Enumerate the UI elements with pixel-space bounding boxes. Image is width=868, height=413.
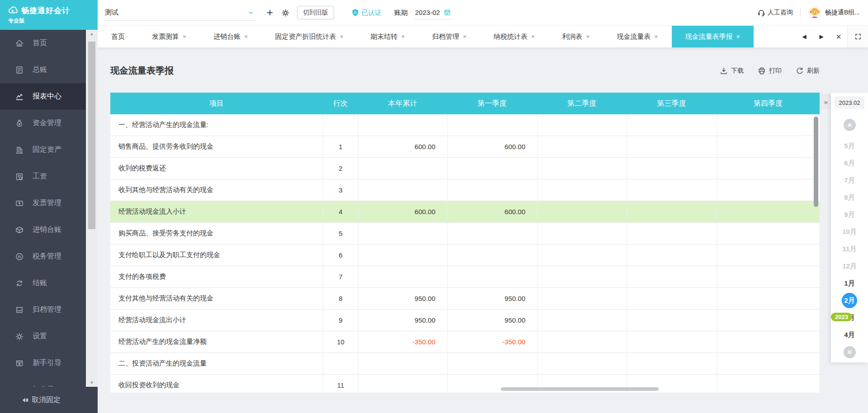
sidebar-item-label: 总账 xyxy=(33,65,47,75)
tab-scroll-right-button[interactable]: ▶ xyxy=(813,26,830,47)
cell-q3 xyxy=(627,244,717,266)
sidebar-item-总账[interactable]: 总账 xyxy=(0,56,86,83)
current-period[interactable]: 2023.02 xyxy=(835,96,864,109)
table-row[interactable]: 支付其他与经营活动有关的现金8950.00950.00 xyxy=(110,288,820,310)
tab-现金流量表季报[interactable]: 现金流量表季报× xyxy=(672,26,754,47)
cell-q4 xyxy=(717,375,820,393)
table-row[interactable]: 收到其他与经营活动有关的现金3 xyxy=(110,179,820,201)
table-row[interactable]: 购买商品、接受劳务支付的现金5 xyxy=(110,223,820,244)
tab-label: 发票测算 xyxy=(152,33,179,41)
table-row[interactable]: 销售商品、提供劳务收到的现金1600.00600.00 xyxy=(110,136,820,158)
close-tab-icon[interactable]: × xyxy=(463,33,467,40)
months-scroll-down-button[interactable] xyxy=(844,346,856,358)
avatar[interactable] xyxy=(808,6,821,19)
close-tab-icon[interactable]: × xyxy=(736,33,740,40)
tab-归档管理[interactable]: 归档管理× xyxy=(419,26,480,47)
month-11月[interactable]: 11月 xyxy=(831,240,868,258)
tab-固定资产折旧统计表[interactable]: 固定资产折旧统计表× xyxy=(261,26,357,47)
close-tab-icon[interactable]: × xyxy=(244,33,248,40)
close-tab-icon[interactable]: × xyxy=(586,33,590,40)
cash-flow-quarterly-table: 项目行次本年累计第一季度第二季度第三季度第四季度 一、经营活动产生的现金流量:销… xyxy=(110,93,820,393)
settings-gear-button[interactable] xyxy=(281,9,290,17)
table-row[interactable]: 支付的各项税费7 xyxy=(110,266,820,288)
accounting-period: 账期 2023-02 xyxy=(394,6,452,19)
close-tab-icon[interactable]: × xyxy=(531,33,535,40)
table-row[interactable]: 经营活动现金流入小计4600.00600.00 xyxy=(110,201,820,223)
month-1月[interactable]: 1月 xyxy=(831,275,868,292)
user-name[interactable]: 畅捷通B组... xyxy=(825,9,860,17)
table-row[interactable]: 经营活动现金流出小计9950.00950.00 xyxy=(110,310,820,331)
sidebar-item-资金管理[interactable]: 资金管理 xyxy=(0,110,86,136)
sidebar-item-进销台账[interactable]: 进销台账 xyxy=(0,216,86,243)
month-8月[interactable]: 8月 xyxy=(831,189,868,206)
tab-纳税统计表[interactable]: 纳税统计表× xyxy=(480,26,548,47)
table-row[interactable]: 经营活动产生的现金流量净额10-350.00-350.00 xyxy=(110,331,820,353)
month-10月[interactable]: 10月 xyxy=(831,223,868,240)
download-button[interactable]: 下载 xyxy=(719,66,744,75)
tab-利润表[interactable]: 利润表× xyxy=(548,26,603,47)
table-vertical-scrollbar[interactable] xyxy=(814,117,818,207)
month-7月[interactable]: 7月 xyxy=(831,172,868,189)
sidebar-item-发票管理[interactable]: 发票管理 xyxy=(0,190,86,216)
action-label: 刷新 xyxy=(807,67,820,75)
close-tab-icon[interactable]: × xyxy=(340,33,343,40)
table-horizontal-scrollbar[interactable] xyxy=(501,387,659,391)
add-button[interactable]: + xyxy=(267,7,273,18)
page-title: 现金流量表季报 xyxy=(110,65,174,77)
month-5月[interactable]: 5月 xyxy=(831,137,868,155)
table-row[interactable]: 收回投资收到的现金11 xyxy=(110,375,820,393)
unpin-sidebar-button[interactable]: 取消固定 xyxy=(0,387,98,413)
sidebar-item-设置[interactable]: 设置 xyxy=(0,323,86,350)
month-9月[interactable]: 9月 xyxy=(831,206,868,223)
sidebar-item-结账[interactable]: 结账 xyxy=(0,270,86,296)
sidebar-item-新手引导[interactable]: 新手引导 xyxy=(0,350,86,376)
table-row[interactable]: 支付给职工以及为职工支付的现金6 xyxy=(110,244,820,266)
sidebar-item-首页[interactable]: 首页 xyxy=(0,30,86,56)
sidebar-item-固定资产[interactable]: 固定资产 xyxy=(0,136,86,163)
calendar-icon[interactable] xyxy=(443,9,451,16)
cell-item: 购买商品、接受劳务支付的现金 xyxy=(110,223,323,244)
table-row[interactable]: 二、投资活动产生的现金流量 xyxy=(110,353,820,375)
table-row[interactable]: 收到的税费返还2 xyxy=(110,158,820,179)
close-tab-icon[interactable]: × xyxy=(654,33,658,40)
support-button[interactable]: 人工咨询 xyxy=(757,9,793,17)
sidebar-item-报表中心[interactable]: 报表中心 xyxy=(0,83,86,110)
sidebar-item-label: 报表中心 xyxy=(33,92,61,101)
months-scroll-up-button[interactable] xyxy=(844,119,856,131)
tab-期末结转[interactable]: 期末结转× xyxy=(357,26,419,47)
tab-首页[interactable]: 首页 xyxy=(98,26,138,47)
tab-现金流量表[interactable]: 现金流量表× xyxy=(603,26,671,47)
tab-发票测算[interactable]: 发票测算× xyxy=(138,26,200,47)
fullscreen-icon[interactable] xyxy=(847,26,868,47)
period-date-input[interactable]: 2023-02 xyxy=(414,6,452,19)
month-12月[interactable]: 12月 xyxy=(831,258,868,275)
close-tab-icon[interactable]: × xyxy=(401,33,405,40)
print-button[interactable]: 打印 xyxy=(757,66,782,75)
tabs-close-button[interactable]: × xyxy=(830,26,847,47)
refresh-button[interactable]: 刷新 xyxy=(795,66,820,75)
headset-icon xyxy=(757,9,765,17)
cell-q3 xyxy=(627,353,717,374)
cell-line-no: 5 xyxy=(323,223,358,244)
tab-进销台账[interactable]: 进销台账× xyxy=(200,26,261,47)
sidebar-item-税务管理[interactable]: 税税务管理 xyxy=(0,243,86,270)
sidebar-scrollbar[interactable]: ▲ ▼ xyxy=(86,30,98,387)
sidebar-item-工资[interactable]: 工资 xyxy=(0,163,86,190)
scrollbar-up-arrow-icon[interactable]: ▲ xyxy=(86,32,98,36)
collapse-period-panel-button[interactable]: » xyxy=(821,94,831,109)
year-badge: 2023 xyxy=(831,313,852,321)
table-header-row: 项目行次本年累计第一季度第二季度第三季度第四季度 xyxy=(110,93,820,114)
sidebar-item-归档管理[interactable]: 归档管理 xyxy=(0,296,86,323)
table-row[interactable]: 一、经营活动产生的现金流量: xyxy=(110,114,820,136)
tab-scroll-left-button[interactable]: ◀ xyxy=(796,26,813,47)
cell-ytd xyxy=(358,179,447,201)
column-header: 本年累计 xyxy=(358,93,447,114)
close-tab-icon[interactable]: × xyxy=(183,33,186,40)
switch-to-old-version-button[interactable]: 切到旧版 xyxy=(297,6,334,19)
sidebar-scrollbar-thumb[interactable] xyxy=(88,42,95,229)
month-2月[interactable]: 2月 xyxy=(831,292,868,309)
scrollbar-down-arrow-icon[interactable]: ▼ xyxy=(86,380,98,385)
month-6月[interactable]: 6月 xyxy=(831,155,868,172)
account-set-select[interactable]: 测试 xyxy=(104,5,257,21)
month-4月[interactable]: 4月 xyxy=(831,326,868,343)
